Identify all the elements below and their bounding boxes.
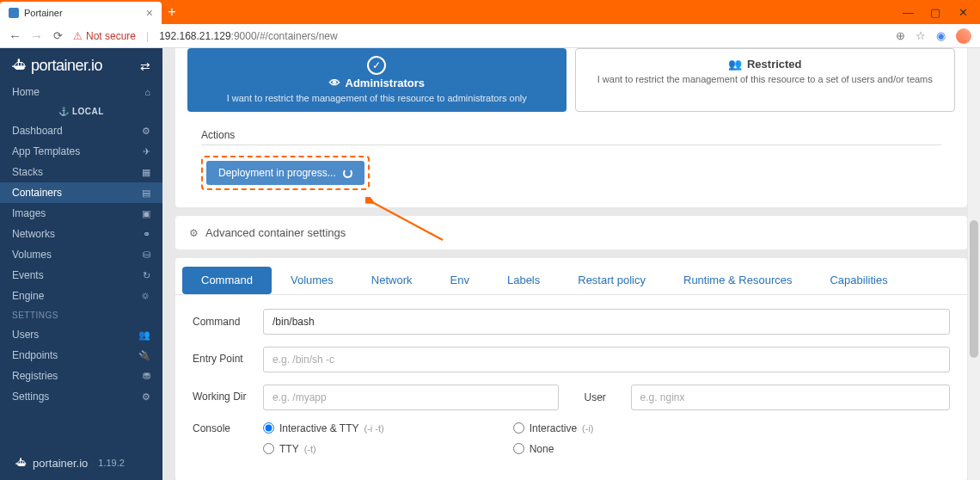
sidebar-item-networks[interactable]: Networks⚭ <box>0 224 162 244</box>
star-icon[interactable]: ☆ <box>916 29 926 42</box>
browser-forward-button[interactable]: → <box>30 28 43 43</box>
browser-tab-strip: Portainer × + — ▢ ✕ <box>0 0 980 24</box>
sidebar-item-users[interactable]: Users👥 <box>0 324 162 345</box>
command-label: Command <box>193 316 251 328</box>
access-card-restricted[interactable]: 👥Restricted I want to restrict the manag… <box>575 48 956 112</box>
scrollbar[interactable] <box>968 48 980 480</box>
sidebar-item-events[interactable]: Events↻ <box>0 265 162 286</box>
sidebar-item-engine[interactable]: Engine⛭ <box>0 286 162 306</box>
containers-icon: ▤ <box>142 188 150 199</box>
console-label: Console <box>193 422 251 434</box>
console-interactive[interactable]: Interactive (-i) <box>513 422 594 434</box>
entrypoint-label: Entry Point <box>193 353 251 365</box>
logo-icon: ⛴ <box>12 57 28 75</box>
command-input[interactable] <box>263 309 950 335</box>
eye-icon: 👁 <box>329 77 340 89</box>
sidebar-toggle-icon[interactable]: ⇄ <box>140 59 150 73</box>
extension-icon[interactable]: ◉ <box>936 29 946 42</box>
networks-icon: ⚭ <box>143 229 150 240</box>
annotation-highlight: Deployment in progress... <box>201 156 370 190</box>
events-icon: ↻ <box>143 270 150 281</box>
sidebar-item-dashboard[interactable]: Dashboard⚙ <box>0 120 162 141</box>
close-tab-icon[interactable]: × <box>146 6 153 20</box>
gear-icon: ⚙ <box>189 227 199 239</box>
settings-icon: ⚙ <box>142 391 150 403</box>
tab-capabilities[interactable]: Capabilities <box>811 267 906 294</box>
actions-heading: Actions <box>201 129 941 145</box>
tab-labels[interactable]: Labels <box>488 267 559 294</box>
window-maximize-button[interactable]: ▢ <box>930 6 940 19</box>
console-tty[interactable]: TTY (-t) <box>263 443 384 455</box>
console-interactive-tty[interactable]: Interactive & TTY (-i -t) <box>263 422 384 434</box>
profile-avatar[interactable] <box>956 28 971 44</box>
tab-volumes[interactable]: Volumes <box>272 267 352 294</box>
footer-logo-icon: ⛴ <box>15 456 28 470</box>
advanced-settings-header[interactable]: ⚙ Advanced container settings <box>175 216 967 249</box>
home-icon: ⌂ <box>144 87 150 97</box>
sidebar: ⛴ portainer.io ⇄ Home ⌂ ⚓ LOCAL Dashboar… <box>0 48 162 480</box>
access-card-administrators[interactable]: ✓ 👁Administrators I want to restrict the… <box>187 48 567 112</box>
settings-tabs: Command Volumes Network Env Labels Resta… <box>175 258 967 295</box>
templates-icon: ✈ <box>143 146 150 157</box>
volumes-icon: ⛁ <box>143 249 150 261</box>
registries-icon: ⛃ <box>143 371 150 382</box>
user-label: User <box>585 391 619 403</box>
browser-tab[interactable]: Portainer × <box>0 2 162 24</box>
window-minimize-button[interactable]: — <box>903 6 913 19</box>
workdir-input[interactable] <box>263 385 559 410</box>
sidebar-item-images[interactable]: Images▣ <box>0 203 162 224</box>
tab-restart[interactable]: Restart policy <box>559 267 665 294</box>
spinner-icon <box>343 169 352 178</box>
browser-address-bar: ← → ⟳ Not secure | 192.168.21.129:9000/#… <box>0 24 980 48</box>
tab-title: Portainer <box>24 8 63 18</box>
tab-command[interactable]: Command <box>182 267 272 294</box>
sidebar-item-settings[interactable]: Settings⚙ <box>0 386 162 407</box>
endpoints-icon: 🔌 <box>138 350 150 361</box>
sidebar-item-home[interactable]: Home ⌂ <box>0 82 162 102</box>
users-group-icon: 👥 <box>728 58 742 71</box>
tab-favicon <box>9 8 19 18</box>
user-input[interactable] <box>631 385 951 410</box>
sidebar-item-stacks[interactable]: Stacks▦ <box>0 162 162 182</box>
users-icon: 👥 <box>138 329 150 341</box>
browser-reload-button[interactable]: ⟳ <box>53 29 63 42</box>
sidebar-item-registries[interactable]: Registries⛃ <box>0 366 162 386</box>
deploy-button[interactable]: Deployment in progress... <box>206 161 364 185</box>
new-tab-button[interactable]: + <box>162 0 182 24</box>
sidebar-local-label: ⚓ LOCAL <box>0 102 162 120</box>
images-icon: ▣ <box>142 208 150 219</box>
workdir-label: Working Dir <box>193 391 251 403</box>
tab-network[interactable]: Network <box>352 267 432 294</box>
browser-back-button[interactable]: ← <box>9 28 21 43</box>
sidebar-item-containers[interactable]: Containers▤ <box>0 182 162 203</box>
sidebar-settings-heading: SETTINGS <box>0 306 162 324</box>
tab-runtime[interactable]: Runtime & Resources <box>665 267 811 294</box>
sidebar-item-volumes[interactable]: Volumes⛁ <box>0 244 162 265</box>
check-icon: ✓ <box>367 56 386 75</box>
console-none[interactable]: None <box>513 443 594 455</box>
sidebar-item-app-templates[interactable]: App Templates✈ <box>0 141 162 162</box>
not-secure-badge[interactable]: Not secure <box>73 30 136 42</box>
sidebar-item-endpoints[interactable]: Endpoints🔌 <box>0 345 162 366</box>
entrypoint-input[interactable] <box>263 347 950 372</box>
url-text[interactable]: 192.168.21.129:9000/#/containers/new <box>159 30 885 42</box>
warning-icon <box>73 30 83 42</box>
zoom-icon[interactable]: ⊕ <box>896 29 905 42</box>
tab-env[interactable]: Env <box>432 267 488 294</box>
scrollbar-thumb[interactable] <box>970 220 978 358</box>
dashboard-icon: ⚙ <box>142 126 150 137</box>
window-close-button[interactable]: ✕ <box>958 6 968 19</box>
stacks-icon: ▦ <box>142 167 150 178</box>
main-content: ✓ 👁Administrators I want to restrict the… <box>162 48 980 480</box>
engine-icon: ⛭ <box>141 291 150 301</box>
logo[interactable]: ⛴ portainer.io <box>12 57 102 75</box>
sidebar-footer: ⛴ portainer.io 1.19.2 <box>0 446 162 480</box>
